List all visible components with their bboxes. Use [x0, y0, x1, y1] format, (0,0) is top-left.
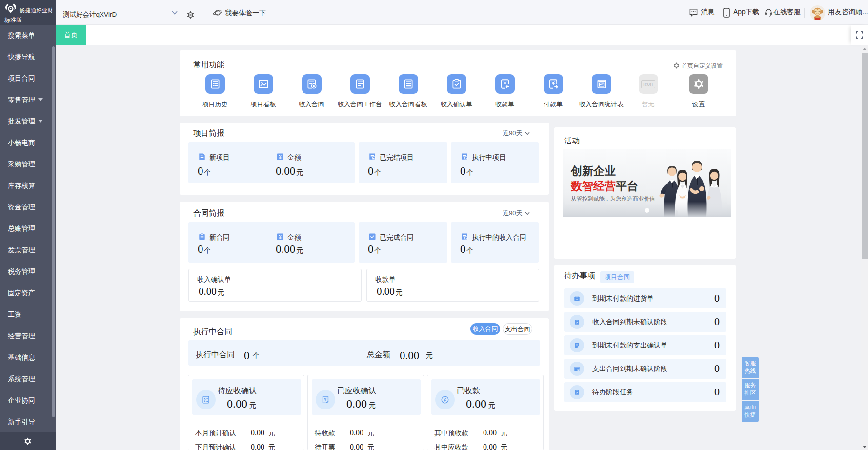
svg-text:从管控到赋能，为您创造商业价值: 从管控到赋能，为您创造商业价值	[571, 196, 655, 202]
svg-text:数智经营平台: 数智经营平台	[570, 180, 638, 192]
svg-text:创新企业: 创新企业	[570, 164, 616, 177]
